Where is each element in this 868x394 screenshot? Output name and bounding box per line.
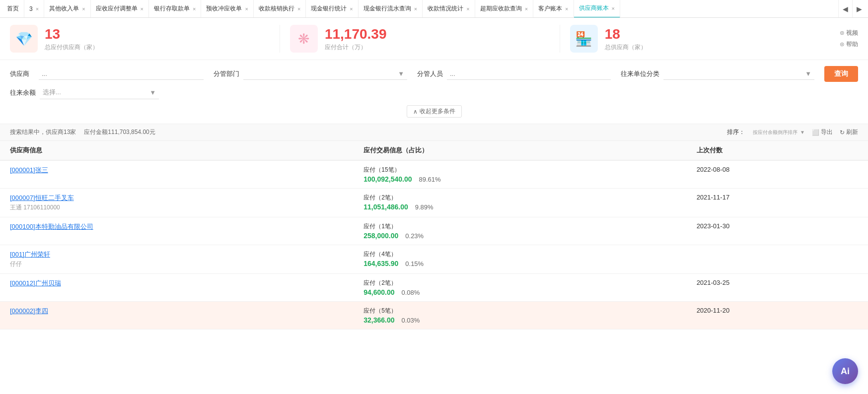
category-dropdown[interactable]: ▼ [663,68,814,80]
supplier-link-0[interactable]: [000001]张三 [10,166,48,174]
cell-lastpay-1: 2021-11-17 [687,189,868,217]
cell-lastpay-2: 2023-01-30 [687,217,868,245]
dept-label: 分管部门 [214,69,239,78]
close-tab-icon[interactable]: × [82,6,85,12]
cell-payable-1: 应付（2笔）11,051,486.009.89% [354,189,686,217]
cell-supplier-4: [000012]广州贝瑞 [0,274,354,302]
payable-amount-4[interactable]: 94,600.00 [363,288,394,296]
nav-tab-home[interactable]: 首页 [2,0,24,18]
close-tab-icon[interactable]: × [193,6,196,12]
payable-amount-3[interactable]: 164,635.90 [363,260,398,267]
supplier-label: 供应商 [10,69,35,78]
balance-placeholder: 选择... [43,88,61,97]
supplier-link-4[interactable]: [000012]广州贝瑞 [10,279,61,287]
close-tab-icon[interactable]: × [525,6,528,12]
payable-amount-5[interactable]: 32,366.00 [363,316,394,324]
nav-tab-receipt-stat[interactable]: 收款情况统计× [423,0,475,18]
balance-filter: 往来余额 选择... ▼ [10,86,159,99]
play-icon: ⊙ [840,29,845,36]
summary-value-0: 13 [45,26,98,43]
summary-text-1: 11,170.39应付合计（万） [325,26,387,52]
balance-label: 往来余额 [10,88,36,97]
filter-section: 供应商 分管部门 ▼ 分管人员 往来单位分类 ▼ [0,60,868,124]
payable-percent-4: 0.08% [402,289,420,296]
payable-amount-1[interactable]: 11,051,486.00 [363,203,408,211]
col-last-pay: 上次付数 [687,141,868,160]
cell-supplier-3: [001]广州荣轩仔仔 [0,245,354,274]
balance-dropdown[interactable]: 选择... ▼ [40,86,159,99]
nav-tab-tab3[interactable]: 3× [24,0,44,18]
supplier-link-1[interactable]: [000007]恒旺二手叉车 [10,194,74,201]
category-filter: 往来单位分类 ▼ [621,68,814,80]
table-row: [000007]恒旺二手叉车王通 17106110000应付（2笔）11,051… [0,189,868,217]
refresh-button[interactable]: ↻ 刷新 [840,128,858,136]
nav-tab-other-income[interactable]: 其他收入单× [44,0,90,18]
close-tab-icon[interactable]: × [350,6,353,12]
dept-chevron-icon: ▼ [398,70,404,77]
results-amount: 应付金额111,703,854.00元 [84,128,155,136]
help-link[interactable]: ⊙ 帮助 [840,40,858,49]
nav-tab-prepay-ar[interactable]: 预收冲应收单× [201,0,253,18]
table-row: [001]广州荣轩仔仔应付（4笔）164,635.900.15% [0,245,868,274]
person-input[interactable] [447,68,611,80]
supplier-table: 供应商信息 应付交易信息（占比） 上次付数 [000001]张三应付（15笔）1… [0,141,868,329]
cell-payable-4: 应付（2笔）94,600.000.08% [354,274,686,302]
payable-label-4: 应付（2笔） [363,279,676,287]
top-navigation: 首页3×其他收入单×应收应付调整单×银行存取款单×预收冲应收单×收款核销执行×现… [0,0,868,18]
supplier-link-5[interactable]: [000002]李四 [10,307,48,315]
close-tab-icon[interactable]: × [612,5,615,11]
export-button[interactable]: ⬜ 导出 [812,128,833,136]
payable-amount-2[interactable]: 258,000.00 [363,232,398,240]
cell-lastpay-5: 2020-11-20 [687,302,868,329]
supplier-link-3[interactable]: [001]广州荣轩 [10,251,50,258]
ai-assistant-button[interactable]: Ai [832,358,858,384]
payable-amount-0[interactable]: 100,092,540.00 [363,175,412,183]
supplier-link-2[interactable]: [000100]本特勤油品有限公司 [10,223,93,230]
cell-lastpay-0: 2022-08-08 [687,160,868,189]
nav-tab-receipt-exec[interactable]: 收款核销执行× [254,0,306,18]
col-supplier-info: 供应商信息 [0,141,354,160]
table-row: [000002]李四应付（5笔）32,366.000.03%2020-11-20 [0,302,868,329]
close-tab-icon[interactable]: × [297,6,300,12]
summary-icon-0: 💎 [10,25,38,53]
cell-supplier-5: [000002]李四 [0,302,354,329]
cell-payable-0: 应付（15笔）100,092,540.0089.61% [354,160,686,189]
nav-tab-cash-bank-query[interactable]: 现金银行流水查询× [359,0,423,18]
cell-lastpay-4: 2021-03-25 [687,274,868,302]
table-row: [000001]张三应付（15笔）100,092,540.0089.61%202… [0,160,868,189]
nav-arrow-left[interactable]: ◀ [838,0,852,18]
close-tab-icon[interactable]: × [245,6,248,12]
query-button[interactable]: 查询 [824,66,858,82]
supplier-input[interactable] [39,68,204,80]
nav-tab-customer-book[interactable]: 客户账本× [533,0,574,18]
table-header-row: 供应商信息 应付交易信息（占比） 上次付数 [0,141,868,160]
sort-value[interactable]: 按应付余额倒序排序 ▼ [752,129,805,136]
cell-lastpay-3 [687,245,868,274]
collapse-up-icon: ∧ [413,108,418,115]
cell-supplier-0: [000001]张三 [0,160,354,189]
summary-item-1: ❋11,170.39应付合计（万） [280,25,560,53]
close-tab-icon[interactable]: × [36,6,39,12]
close-tab-icon[interactable]: × [414,6,417,12]
nav-tab-overdue-ar[interactable]: 超期应收款查询× [475,0,533,18]
close-tab-icon[interactable]: × [565,6,568,12]
nav-tab-supplier-book[interactable]: 供应商账本× [574,0,620,18]
nav-tab-ar-ap-adjust[interactable]: 应收应付调整单× [91,0,149,18]
payable-percent-1: 9.89% [415,203,434,211]
col-payable-info: 应付交易信息（占比） [354,141,686,160]
person-label: 分管人员 [417,69,443,78]
close-tab-icon[interactable]: × [141,6,144,12]
cell-supplier-1: [000007]恒旺二手叉车王通 17106110000 [0,189,354,217]
video-link[interactable]: ⊙ 视频 [840,29,858,37]
nav-arrow-right[interactable]: ▶ [852,0,866,18]
payable-percent-0: 89.61% [419,176,441,183]
close-tab-icon[interactable]: × [466,6,469,12]
summary-bar: 💎13总应付供应商（家）❋11,170.39应付合计（万）🏪18总供应商（家） … [0,18,868,60]
nav-tab-cash-bank-stat[interactable]: 现金银行统计× [306,0,358,18]
cell-payable-2: 应付（1笔）258,000.000.23% [354,217,686,245]
nav-tab-bank-deposit[interactable]: 银行存取款单× [149,0,201,18]
cell-supplier-2: [000100]本特勤油品有限公司 [0,217,354,245]
category-label: 往来单位分类 [621,69,659,78]
dept-dropdown[interactable]: ▼ [243,68,407,80]
collapse-button[interactable]: ∧ 收起更多条件 [407,105,462,118]
